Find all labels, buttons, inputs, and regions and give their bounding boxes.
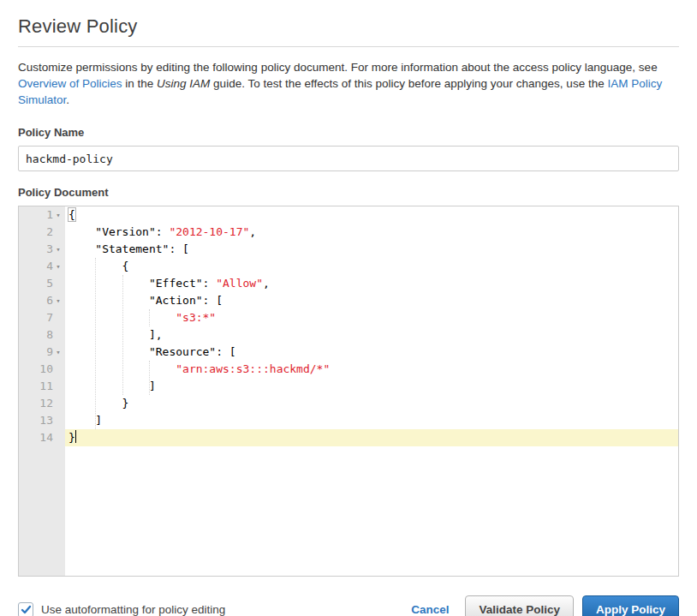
description-text: .: [66, 93, 69, 106]
line-number: 2: [46, 224, 53, 241]
policy-document-editor[interactable]: 1▾23▾4▾56▾789▾1011121314 { "Version": "2…: [18, 206, 679, 577]
description-text: in the: [122, 77, 158, 90]
line-number: 1: [46, 206, 53, 224]
editor-gutter: 1▾23▾4▾56▾789▾1011121314: [19, 206, 65, 576]
code-line[interactable]: "Resource": [: [65, 344, 678, 361]
checkmark-icon: [21, 604, 32, 615]
line-number: 6: [46, 292, 53, 309]
gutter-line-number: 13: [19, 412, 65, 429]
string-token: "arn:aws:s3:::hackmd/*": [176, 362, 330, 375]
gutter-line-number: 12: [19, 395, 65, 412]
code-line[interactable]: "arn:aws:s3:::hackmd/*": [65, 361, 678, 378]
code-line[interactable]: {: [65, 206, 678, 224]
code-token: ]: [69, 414, 102, 427]
guide-name-emphasis: Using IAM: [157, 77, 210, 90]
code-token: ]: [69, 380, 156, 392]
code-line[interactable]: "Action": [: [65, 292, 678, 309]
description-text: Customize permissions by editing the fol…: [18, 61, 658, 74]
code-token: "Effect":: [69, 277, 216, 290]
policy-name-label: Policy Name: [18, 126, 679, 139]
line-number: 13: [39, 412, 53, 429]
gutter-line-number: 2: [19, 224, 65, 241]
gutter-line-number: 6▾: [19, 292, 65, 309]
page-title: Review Policy: [18, 15, 679, 38]
code-token: ,: [249, 225, 256, 238]
code-line[interactable]: ]: [65, 412, 678, 429]
gutter-line-number: 7: [19, 309, 65, 326]
fold-arrow-icon[interactable]: ▾: [53, 206, 63, 224]
code-line[interactable]: "Statement": [: [65, 241, 678, 258]
gutter-line-number: 8: [19, 326, 65, 344]
fold-arrow-icon[interactable]: ▾: [53, 241, 63, 258]
fold-arrow-icon[interactable]: ▾: [53, 344, 63, 361]
code-token: "Action": [: [69, 294, 223, 307]
code-line[interactable]: "Effect": "Allow",: [65, 275, 678, 292]
code-line[interactable]: }: [65, 395, 678, 412]
autoformat-label: Use autoformatting for policy editing: [41, 603, 225, 616]
line-number: 7: [46, 309, 53, 326]
line-number: 11: [39, 378, 53, 395]
code-token: ,: [263, 277, 270, 290]
overview-of-policies-link[interactable]: Overview of Policies: [18, 77, 122, 90]
gutter-line-number: 5: [19, 275, 65, 292]
policy-document-label: Policy Document: [18, 186, 679, 199]
title-divider: [18, 46, 679, 47]
gutter-line-number: 3▾: [19, 241, 65, 258]
code-line[interactable]: }: [65, 429, 678, 446]
line-number: 8: [46, 326, 53, 344]
code-token: {: [69, 260, 128, 272]
string-token: "Allow": [216, 277, 263, 290]
code-token: "Resource": [: [69, 345, 236, 358]
code-token: ],: [69, 328, 163, 341]
string-token: "2012-10-17": [169, 225, 249, 238]
matched-bracket-token: {: [69, 208, 75, 221]
cancel-link[interactable]: Cancel: [411, 603, 449, 616]
code-token: "Version":: [69, 225, 169, 238]
line-number: 3: [46, 241, 53, 258]
description-paragraph: Customize permissions by editing the fol…: [18, 59, 679, 108]
code-line[interactable]: ]: [65, 378, 678, 395]
policy-name-input[interactable]: [18, 146, 679, 171]
code-line[interactable]: "s3:*": [65, 309, 678, 326]
text-cursor: [75, 430, 77, 443]
validate-policy-button[interactable]: Validate Policy: [465, 595, 574, 616]
gutter-line-number: 9▾: [19, 344, 65, 361]
line-number: 5: [46, 275, 53, 292]
footer-bar: Use autoformatting for policy editing Ca…: [18, 595, 679, 616]
gutter-line-number: 4▾: [19, 258, 65, 275]
editor-code-area[interactable]: { "Version": "2012-10-17", "Statement": …: [65, 206, 678, 576]
line-number: 12: [39, 395, 53, 412]
code-token: "Statement": [: [69, 242, 189, 255]
apply-policy-button[interactable]: Apply Policy: [582, 595, 679, 616]
line-number: 4: [46, 258, 53, 275]
fold-arrow-icon[interactable]: ▾: [53, 258, 63, 275]
line-number: 14: [39, 429, 53, 446]
code-line[interactable]: {: [65, 258, 678, 275]
gutter-line-number: 11: [19, 378, 65, 395]
code-token: }: [69, 431, 75, 444]
fold-arrow-icon[interactable]: ▾: [53, 292, 63, 309]
code-token: [69, 311, 176, 324]
autoformat-checkbox[interactable]: [18, 602, 33, 616]
gutter-line-number: 14: [19, 429, 65, 446]
string-token: "s3:*": [176, 311, 216, 324]
line-number: 10: [39, 361, 53, 378]
description-text: guide. To test the effects of this polic…: [210, 77, 607, 90]
gutter-line-number: 1▾: [19, 206, 65, 224]
line-number: 9: [46, 344, 53, 361]
code-line[interactable]: "Version": "2012-10-17",: [65, 224, 678, 241]
code-line[interactable]: ],: [65, 326, 678, 344]
code-token: }: [69, 397, 128, 410]
code-token: [69, 362, 176, 375]
gutter-line-number: 10: [19, 361, 65, 378]
